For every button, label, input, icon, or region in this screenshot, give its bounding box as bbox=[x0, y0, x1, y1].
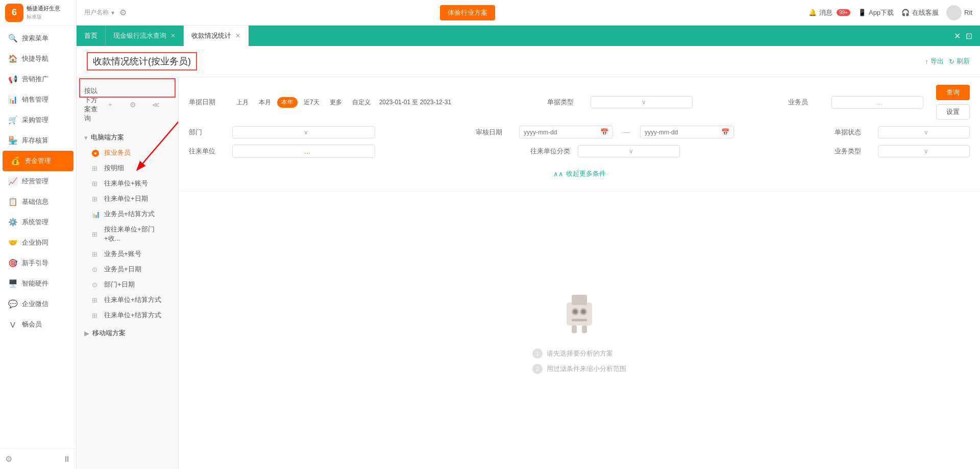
counterpart-date-icon: ⊞ bbox=[92, 195, 100, 203]
refresh-btn[interactable]: ↻ 刷新 bbox=[949, 57, 970, 66]
mobile-group-header[interactable]: ▶ 移动端方案 bbox=[77, 325, 178, 341]
plan-item-salesman-settlement[interactable]: 📊 业务员+结算方式 bbox=[77, 206, 178, 222]
sidebar-item-purchase[interactable]: 🛒 采购管理 bbox=[0, 110, 76, 130]
sidebar: 6 畅捷通好生意 标准版 🔍 搜索菜单 🏠 快捷导航 📢 营销推广 📊 销售管理… bbox=[0, 0, 77, 469]
date-tab-more[interactable]: 更多 bbox=[326, 97, 346, 108]
filter-row-2: 部门 ∨ 审核日期 📅 — 📅 bbox=[189, 126, 970, 138]
date-tab-custom[interactable]: 自定义 bbox=[348, 97, 375, 108]
empty-tips: 1 请先选择要分析的方案 2 用过滤条件来缩小分析范围 bbox=[532, 348, 626, 374]
detail-icon: ⊞ bbox=[92, 165, 100, 172]
settings-gear-btn[interactable]: ⚙ bbox=[5, 454, 12, 464]
svg-rect-10 bbox=[582, 325, 587, 333]
close-all-tabs-btn[interactable]: ✕ bbox=[954, 31, 961, 41]
tab-receipt-stats[interactable]: 收款情况统计 ✕ bbox=[184, 26, 249, 46]
topbar-gear-btn[interactable]: ⚙ bbox=[119, 8, 127, 17]
pc-group-header[interactable]: ▾ 电脑端方案 bbox=[77, 130, 178, 145]
home-icon: 🏠 bbox=[8, 54, 18, 64]
calendar-end-icon[interactable]: 📅 bbox=[721, 128, 729, 136]
counterpart-category-select[interactable]: ∨ bbox=[578, 145, 680, 157]
sidebar-item-basic[interactable]: 📋 基础信息 bbox=[0, 192, 76, 212]
counterpart-select[interactable]: … bbox=[232, 145, 375, 158]
date-tab-this-year[interactable]: 本年 bbox=[277, 97, 298, 108]
content-area: 按以下方案查询 ＋ ⚙ ≪ ▾ 电脑端方案 ● 按业务员 ⊞ 按明细 bbox=[77, 77, 980, 469]
sidebar-item-quick-nav[interactable]: 🏠 快捷导航 bbox=[0, 49, 76, 69]
plan-item-by-detail[interactable]: ⊞ 按明细 bbox=[77, 160, 178, 176]
audit-date-start[interactable]: 📅 bbox=[519, 126, 613, 138]
sidebar-item-operations[interactable]: 📈 经营管理 bbox=[0, 171, 76, 192]
plan-item-salesman-account[interactable]: ⊞ 业务员+账号 bbox=[77, 246, 178, 262]
marketing-icon: 📢 bbox=[8, 74, 18, 84]
user-avatar-area[interactable]: Rit bbox=[946, 5, 972, 20]
sidebar-item-marketing[interactable]: 📢 营销推广 bbox=[0, 69, 76, 89]
filter-row-3: 往来单位 … 往来单位分类 ∨ 业务类型 ∨ bbox=[189, 145, 970, 158]
date-tab-last-month[interactable]: 上月 bbox=[232, 97, 253, 108]
close-bank-flow-tab[interactable]: ✕ bbox=[170, 32, 176, 39]
dept-chevron-icon: ∨ bbox=[304, 129, 370, 136]
sales-icon: 📊 bbox=[8, 95, 18, 105]
sidebar-item-search-menu[interactable]: 🔍 搜索菜单 bbox=[0, 28, 76, 49]
collapse-sidebar-btn[interactable]: ⏸ bbox=[63, 455, 71, 464]
plan-item-counterpart-dept[interactable]: ⊞ 按往来单位+部门+收... bbox=[77, 222, 178, 246]
doc-type-select[interactable]: ∨ bbox=[591, 96, 693, 108]
svg-rect-3 bbox=[572, 295, 587, 305]
date-label: 单据日期 bbox=[189, 98, 225, 107]
export-btn[interactable]: ↑ 导出 bbox=[925, 57, 944, 66]
collapse-panel-btn[interactable]: ≪ bbox=[152, 101, 170, 109]
date-tab-7days[interactable]: 近7天 bbox=[300, 97, 324, 108]
doc-status-select[interactable]: ∨ bbox=[878, 126, 970, 138]
empty-icon bbox=[554, 287, 605, 338]
svg-point-7 bbox=[581, 310, 585, 314]
date-tabs: 上月 本月 本年 近7天 更多 自定义 2023-01-01 至 2023-12… bbox=[232, 97, 451, 108]
phone-icon: 📱 bbox=[858, 9, 866, 16]
sidebar-item-wechat[interactable]: 💬 企业微信 bbox=[0, 294, 76, 314]
close-receipt-stats-tab[interactable]: ✕ bbox=[235, 32, 240, 39]
svg-rect-2 bbox=[567, 302, 592, 325]
salesman-select[interactable]: … bbox=[831, 96, 923, 109]
manage-plan-btn[interactable]: ⚙ bbox=[130, 101, 148, 109]
calendar-start-icon[interactable]: 📅 bbox=[600, 128, 608, 136]
sidebar-item-system[interactable]: ⚙️ 系统管理 bbox=[0, 212, 76, 232]
plan-item-by-salesman[interactable]: ● 按业务员 bbox=[77, 145, 178, 160]
dept-select[interactable]: ∨ bbox=[232, 126, 375, 138]
plan-item-counterpart-account[interactable]: ⊞ 往来单位+账号 bbox=[77, 176, 178, 191]
audit-date-end-input[interactable] bbox=[645, 129, 721, 136]
plan-item-counterpart-settlement1[interactable]: ⊞ 往来单位+结算方式 bbox=[77, 292, 178, 308]
plan-item-salesman-date[interactable]: ⊙ 业务员+日期 bbox=[77, 262, 178, 277]
sidebar-item-sales[interactable]: 📊 销售管理 bbox=[0, 89, 76, 110]
basic-icon: 📋 bbox=[8, 197, 18, 207]
sidebar-item-hardware[interactable]: 🖥️ 智能硬件 bbox=[0, 273, 76, 294]
company-icon: 🤝 bbox=[8, 238, 18, 248]
tab-home[interactable]: 首页 bbox=[77, 26, 106, 46]
audit-date-start-input[interactable] bbox=[524, 129, 600, 136]
tab-bank-flow[interactable]: 现金银行流水查询 ✕ bbox=[106, 26, 184, 46]
plan-item-dept-date[interactable]: ⊙ 部门+日期 bbox=[77, 277, 178, 292]
app-download-area[interactable]: 📱 App下载 bbox=[858, 8, 894, 17]
collapse-btn-row[interactable]: ∧∧ 收起更多条件 bbox=[189, 164, 970, 183]
messages-area[interactable]: 🔔 消息 99+ bbox=[808, 8, 850, 17]
audit-date-end[interactable]: 📅 bbox=[640, 126, 734, 138]
active-plan-icon: ● bbox=[92, 149, 100, 157]
sidebar-item-inventory[interactable]: 🏪 库存核算 bbox=[0, 130, 76, 151]
date-separator: — bbox=[623, 128, 630, 136]
business-type-select[interactable]: ∨ bbox=[878, 145, 970, 157]
counterpart-category-label: 往来单位分类 bbox=[530, 147, 570, 156]
experience-industry-btn[interactable]: 体验行业方案 bbox=[440, 5, 495, 20]
doc-type-label: 单据类型 bbox=[547, 98, 583, 107]
query-btn[interactable]: 查询 bbox=[936, 85, 970, 100]
plan-item-counterpart-date[interactable]: ⊞ 往来单位+日期 bbox=[77, 191, 178, 206]
online-service-area[interactable]: 🎧 在线客服 bbox=[901, 8, 939, 17]
plan-item-counterpart-settlement2[interactable]: ⊞ 往来单位+结算方式 bbox=[77, 308, 178, 323]
sidebar-item-guide[interactable]: 🎯 新手引导 bbox=[0, 253, 76, 273]
sidebar-bottom: ⚙ ⏸ bbox=[0, 449, 76, 469]
tip-num-1: 1 bbox=[532, 348, 543, 359]
maximize-btn[interactable]: ⊡ bbox=[966, 31, 972, 41]
sidebar-item-finance[interactable]: 💰 资金管理 bbox=[3, 151, 74, 171]
date-tab-this-month[interactable]: 本月 bbox=[255, 97, 275, 108]
sidebar-item-company[interactable]: 🤝 企业协同 bbox=[0, 232, 76, 253]
add-plan-btn[interactable]: ＋ bbox=[107, 100, 125, 109]
logo-icon: 6 bbox=[5, 4, 23, 22]
doc-type-chevron-icon: ∨ bbox=[642, 99, 687, 106]
settings-btn[interactable]: 设置 bbox=[936, 104, 970, 120]
sidebar-item-member[interactable]: V 畅会员 bbox=[0, 314, 76, 335]
left-panel-header: 按以下方案查询 ＋ ⚙ ≪ bbox=[77, 82, 178, 127]
